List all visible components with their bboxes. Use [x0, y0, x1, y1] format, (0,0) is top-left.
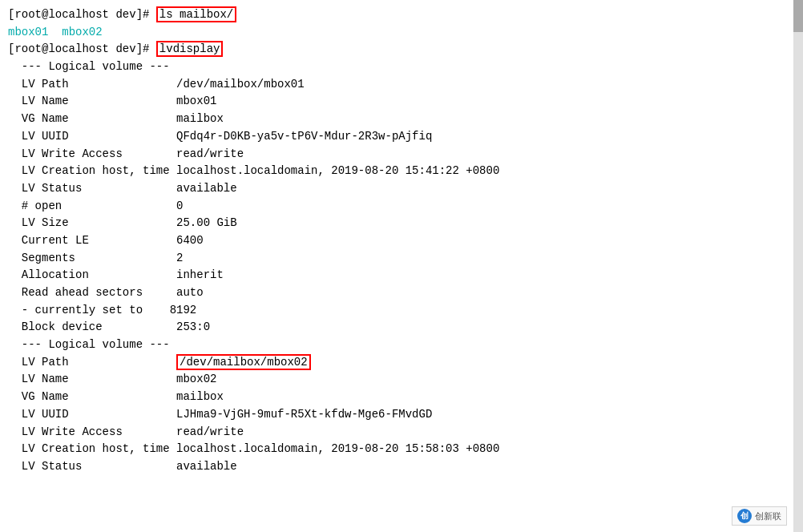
terminal-line: LV UUID QFdq4r-D0KB-ya5v-tP6V-Mdur-2R3w-… [8, 128, 795, 146]
terminal-line: --- Logical volume --- [8, 58, 795, 76]
normal-text: Allocation inherit [8, 268, 224, 281]
watermark-box: 创 创新联 [732, 506, 787, 526]
terminal-line: LV Size 25.00 GiB [8, 215, 795, 232]
normal-text: - currently set to 8192 [8, 304, 196, 316]
cyan-output: mbox01 [8, 26, 48, 38]
terminal-line: - currently set to 8192 [8, 302, 795, 320]
terminal-line: LV Write Access read/write [8, 146, 795, 163]
normal-text: LV Status available [8, 182, 237, 195]
terminal-line: Allocation inherit [8, 267, 795, 284]
normal-text: LV Name mbox01 [8, 95, 216, 107]
terminal-line: Read ahead sectors auto [8, 284, 795, 302]
normal-text: LV Write Access read/write [8, 425, 244, 438]
terminal-line: [root@localhost dev]# lvdisplay [8, 41, 795, 58]
normal-text: LV Path /dev/mailbox/mbox01 [8, 78, 305, 91]
normal-text: # open 0 [8, 200, 183, 212]
terminal-window: [root@localhost dev]# ls mailbox/mbox01 … [0, 0, 803, 532]
terminal-line: LV Status available [8, 180, 795, 198]
terminal-line: LV Write Access read/write [8, 424, 795, 441]
normal-text: VG Name mailbox [8, 112, 224, 125]
terminal-line: LV Name mbox02 [8, 371, 795, 389]
terminal-line: LV Status available [8, 458, 795, 476]
normal-text: Current LE 6400 [8, 234, 204, 247]
scrollbar-thumb[interactable] [793, 0, 803, 32]
terminal-line: mbox01 mbox02 [8, 24, 795, 42]
terminal-line: LV Path /dev/mailbox/mbox02 [8, 354, 795, 372]
cyan-output: mbox02 [62, 26, 102, 38]
terminal-line: VG Name mailbox [8, 389, 795, 406]
normal-text [48, 26, 62, 38]
normal-text: [root@localhost dev]# [8, 42, 156, 55]
normal-text: LV Name mbox02 [8, 373, 216, 385]
normal-text: LV UUID QFdq4r-D0KB-ya5v-tP6V-Mdur-2R3w-… [8, 130, 432, 143]
terminal-line: LV UUID LJHma9-VjGH-9muf-R5Xt-kfdw-Mge6-… [8, 406, 795, 424]
normal-text: LV Creation host, time localhost.localdo… [8, 164, 499, 177]
normal-text: Segments 2 [8, 252, 183, 264]
normal-text: LV Path [8, 356, 176, 369]
terminal-line: VG Name mailbox [8, 111, 795, 128]
highlighted-command: ls mailbox/ [156, 6, 236, 22]
normal-text: [root@localhost dev]# [8, 8, 156, 21]
watermark-text: 创新联 [755, 510, 781, 522]
normal-text: LV Status available [8, 460, 237, 473]
normal-text: --- Logical volume --- [8, 338, 170, 351]
normal-text: Read ahead sectors auto [8, 286, 204, 299]
normal-text: LV Size 25.00 GiB [8, 216, 237, 229]
normal-text: VG Name mailbox [8, 390, 224, 403]
terminal-line: [root@localhost dev]# ls mailbox/ [8, 6, 795, 24]
terminal-line: LV Name mbox01 [8, 93, 795, 111]
terminal-line: Segments 2 [8, 250, 795, 268]
highlighted-command: lvdisplay [156, 41, 224, 57]
terminal-line: Block device 253:0 [8, 319, 795, 337]
terminal-line: --- Logical volume --- [8, 337, 795, 354]
watermark-icon: 创 [737, 509, 752, 523]
terminal-line: LV Path /dev/mailbox/mbox01 [8, 76, 795, 94]
normal-text: --- Logical volume --- [8, 60, 170, 73]
highlighted-command: /dev/mailbox/mbox02 [176, 354, 311, 370]
terminal-output: [root@localhost dev]# ls mailbox/mbox01 … [8, 6, 795, 476]
terminal-line: # open 0 [8, 198, 795, 216]
normal-text: LV Creation host, time localhost.localdo… [8, 442, 499, 455]
watermark: 创 创新联 [732, 506, 787, 526]
normal-text: Block device 253:0 [8, 320, 210, 333]
scrollbar[interactable] [793, 0, 803, 532]
normal-text: LV UUID LJHma9-VjGH-9muf-R5Xt-kfdw-Mge6-… [8, 408, 432, 421]
terminal-line: LV Creation host, time localhost.localdo… [8, 441, 795, 458]
terminal-line: LV Creation host, time localhost.localdo… [8, 163, 795, 180]
terminal-line: Current LE 6400 [8, 232, 795, 250]
normal-text: LV Write Access read/write [8, 147, 244, 160]
